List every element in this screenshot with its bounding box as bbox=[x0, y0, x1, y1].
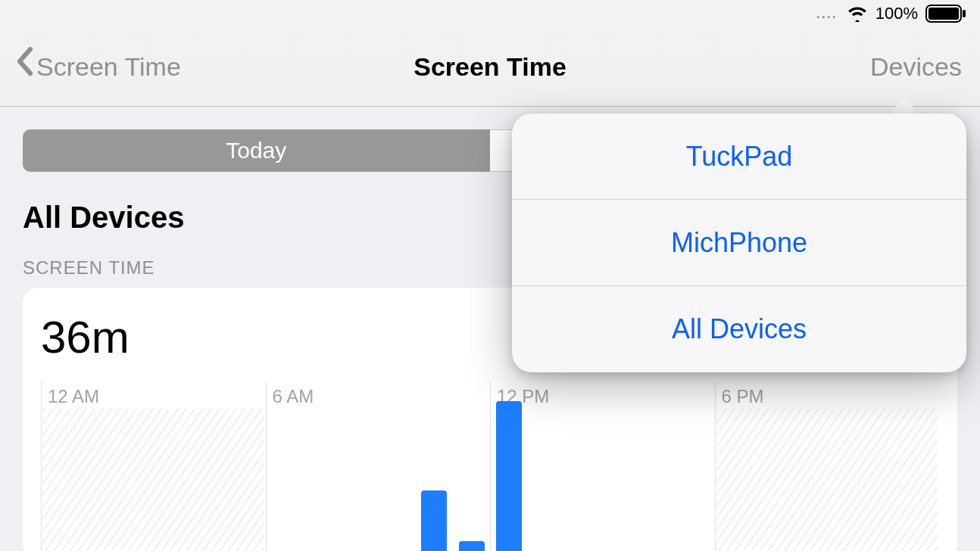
bar-12pm bbox=[496, 401, 522, 551]
chart-bars bbox=[41, 401, 939, 551]
page-title: Screen Time bbox=[414, 52, 566, 82]
popover-item-tuckpad[interactable]: TuckPad bbox=[512, 114, 966, 200]
total-time: 36m bbox=[41, 315, 130, 360]
back-label: Screen Time bbox=[36, 52, 181, 82]
popover-item-michphone[interactable]: MichPhone bbox=[512, 200, 966, 286]
chevron-left-icon bbox=[15, 46, 33, 84]
wifi-icon bbox=[847, 5, 868, 22]
nav-bar: Screen Time Screen Time Devices bbox=[0, 27, 980, 107]
battery-percent: 100% bbox=[875, 4, 918, 23]
status-bar: .... 100% bbox=[0, 0, 980, 27]
battery-icon bbox=[925, 5, 966, 23]
svg-rect-2 bbox=[929, 8, 959, 20]
devices-popover[interactable]: TuckPad MichPhone All Devices bbox=[512, 114, 966, 372]
bar-11am bbox=[459, 541, 485, 551]
popover-item-all-devices[interactable]: All Devices bbox=[512, 286, 966, 372]
bar-10am bbox=[421, 490, 447, 551]
tab-today[interactable]: Today bbox=[23, 129, 490, 172]
devices-button[interactable]: Devices bbox=[870, 52, 962, 82]
back-button[interactable]: Screen Time bbox=[15, 49, 181, 84]
cellular-dots-icon: .... bbox=[816, 6, 838, 22]
popover-arrow-icon bbox=[886, 97, 922, 115]
hourly-chart: 12 AM 6 AM 12 PM 6 PM bbox=[41, 381, 939, 551]
svg-rect-1 bbox=[963, 10, 966, 17]
